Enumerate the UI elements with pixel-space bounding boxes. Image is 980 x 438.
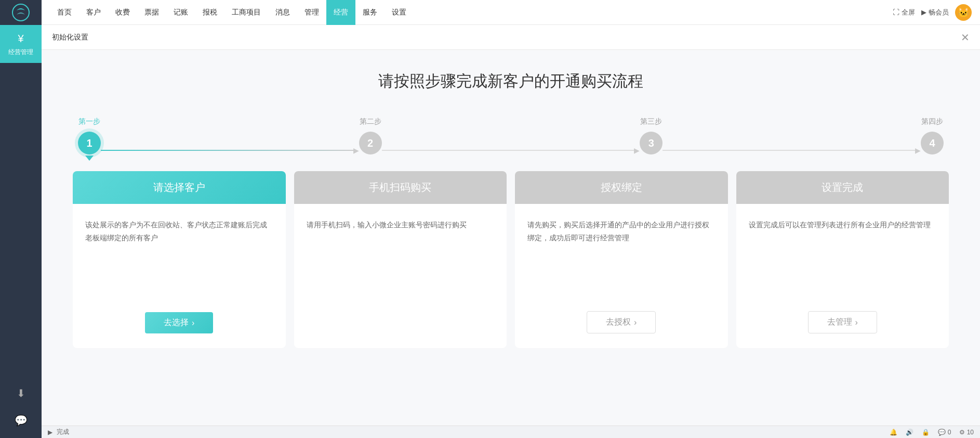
sidebar-item-jingying[interactable]: ¥ 经营管理: [0, 25, 42, 63]
btn-arrow-4: ›: [855, 318, 858, 327]
connector-arrow-1: ▶: [353, 146, 359, 154]
card-footer-4: 去管理 ›: [736, 303, 949, 348]
card-footer-3: 去授权 ›: [515, 303, 728, 348]
step-card-2: 手机扫码购买 请用手机扫码，输入小微企业主账号密码进行购买: [294, 171, 507, 348]
chat-icon: 💬: [14, 413, 28, 428]
bell-icon[interactable]: 🔔: [890, 429, 897, 436]
sidebar: ¥ 经营管理 ⬇ 💬: [0, 0, 42, 438]
cards-row: 请选择客户 该处展示的客户为不在回收站、客户状态正常建账后完成老板端绑定的所有客…: [73, 171, 949, 348]
step-card-1: 请选择客户 该处展示的客户为不在回收站、客户状态正常建账后完成老板端绑定的所有客…: [73, 171, 286, 348]
step-indicator-2: 第二步 2: [359, 117, 382, 154]
step-circle-3: 3: [640, 132, 663, 154]
step-label-3: 第三步: [640, 117, 662, 126]
nav-manage[interactable]: 管理: [297, 0, 326, 25]
nav-bookkeeping[interactable]: 记账: [166, 0, 195, 25]
sidebar-logo: [0, 0, 42, 25]
card-header-2: 手机扫码购买: [294, 171, 507, 204]
card-body-2: 请用手机扫码，输入小微企业主账号密码进行购买: [294, 204, 507, 325]
nav-service[interactable]: 服务: [355, 0, 385, 25]
nav-business[interactable]: 工商项目: [224, 0, 268, 25]
nav-right: ⛶ 全屏 ▶ 畅会员 🐱: [893, 4, 972, 21]
nav-tax[interactable]: 报税: [195, 0, 224, 25]
breadcrumb-title: 初始化设置: [52, 33, 88, 42]
btn-arrow-1: ›: [192, 318, 194, 328]
main-content: 初始化设置 ✕ 请按照步骤完成新客户的开通购买流程 第一步 1 ▶: [42, 25, 980, 426]
go-authorize-button[interactable]: 去授权 ›: [587, 311, 656, 333]
step-arrow-1: [85, 156, 94, 161]
step-card-4: 设置完成 设置完成后可以在管理列表进行所有企业用户的经营管理 去管理 ›: [736, 171, 949, 348]
close-button[interactable]: ✕: [961, 31, 970, 44]
nav-message[interactable]: 消息: [268, 0, 297, 25]
step-circle-2: 2: [359, 132, 382, 154]
breadcrumb-bar: 初始化设置 ✕: [42, 25, 980, 50]
card-body-3: 请先购买，购买后选择开通的产品中的企业用户进行授权绑定，成功后即可进行经营管理: [515, 204, 728, 303]
nav-home[interactable]: 首页: [50, 0, 79, 25]
sidebar-item-label: 经营管理: [8, 48, 33, 57]
step-indicator-4: 第四步 4: [921, 117, 944, 154]
step-circle-4: 4: [921, 132, 944, 154]
step-card-3: 授权绑定 请先购买，购买后选择开通的产品中的企业用户进行授权绑定，成功后即可进行…: [515, 171, 728, 348]
fullscreen-icon: ⛶: [893, 8, 899, 16]
play-label: 完成: [57, 428, 69, 436]
step-circle-1: 1: [78, 132, 101, 154]
step-label-1: 第一步: [78, 117, 100, 126]
page-body: 请按照步骤完成新客户的开通购买流程 第一步 1 ▶ 第二步 2: [42, 50, 980, 369]
play-icon: ▶: [48, 429, 52, 436]
nav-bills[interactable]: 票据: [137, 0, 166, 25]
card-header-1: 请选择客户: [73, 171, 286, 204]
sidebar-bottom: ⬇ 💬: [0, 380, 42, 438]
avatar[interactable]: 🐱: [955, 4, 972, 21]
btn-arrow-3: ›: [634, 318, 637, 327]
vip-btn[interactable]: ▶ 畅会员: [921, 8, 949, 17]
connector-arrow-2: ▶: [634, 146, 640, 154]
vip-icon: ▶: [921, 8, 926, 16]
card-footer-2: [294, 325, 507, 348]
settings-icon[interactable]: ⚙ 10: [959, 429, 974, 436]
status-bar: ▶ 完成 🔔 🔊 🔒 💬 0 ⚙ 10: [42, 426, 980, 438]
nav-operation[interactable]: 经营: [326, 0, 355, 25]
step-indicator-3: 第三步 3: [640, 117, 663, 154]
connector-3-4: ▶: [663, 146, 921, 154]
card-body-4: 设置完成后可以在管理列表进行所有企业用户的经营管理: [736, 204, 949, 303]
volume-icon[interactable]: 🔊: [906, 429, 913, 436]
step-indicator-1: 第一步 1: [78, 117, 101, 161]
connector-1-2: ▶: [101, 146, 359, 154]
nav-fee[interactable]: 收费: [108, 0, 137, 25]
connector-arrow-3: ▶: [915, 146, 921, 154]
lock-icon[interactable]: 🔒: [922, 429, 930, 436]
card-body-1: 该处展示的客户为不在回收站、客户状态正常建账后完成老板端绑定的所有客户: [73, 204, 286, 304]
download-icon: ⬇: [14, 386, 28, 401]
jingying-icon: ¥: [14, 31, 28, 46]
card-header-4: 设置完成: [736, 171, 949, 204]
fullscreen-btn[interactable]: ⛶ 全屏: [893, 8, 915, 17]
sidebar-item-chat[interactable]: 💬: [0, 407, 42, 434]
go-manage-button[interactable]: 去管理 ›: [808, 311, 877, 333]
step-label-2: 第二步: [360, 117, 381, 126]
status-right: 🔔 🔊 🔒 💬 0 ⚙ 10: [890, 429, 974, 436]
sidebar-item-download[interactable]: ⬇: [0, 380, 42, 407]
go-select-button[interactable]: 去选择 ›: [145, 312, 213, 333]
card-header-3: 授权绑定: [515, 171, 728, 204]
nav-customer[interactable]: 客户: [79, 0, 108, 25]
top-nav: 首页 客户 收费 票据 记账 报税 工商项目 消息 管理 经营 服务 设置 ⛶ …: [42, 0, 980, 25]
steps-indicator: 第一步 1 ▶ 第二步 2 ▶: [73, 117, 949, 161]
connector-2-3: ▶: [382, 146, 640, 154]
message-icon[interactable]: 💬 0: [938, 429, 951, 436]
step-label-4: 第四步: [921, 117, 943, 126]
page-title: 请按照步骤完成新客户的开通购买流程: [73, 71, 949, 92]
nav-settings[interactable]: 设置: [385, 0, 414, 25]
card-footer-1: 去选择 ›: [73, 304, 286, 348]
